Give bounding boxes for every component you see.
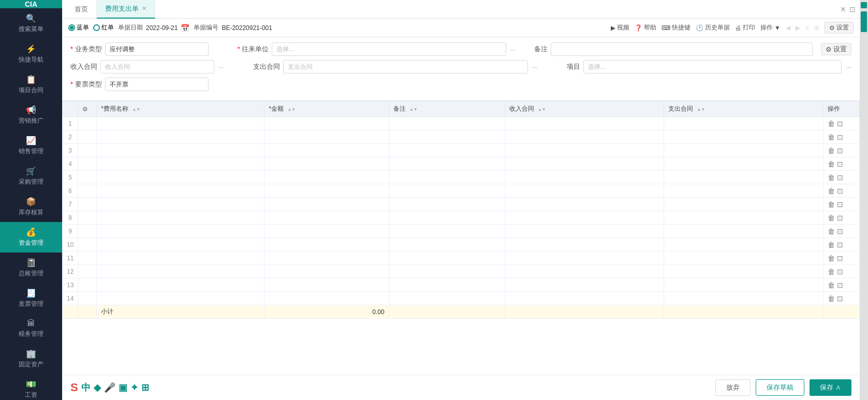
sidebar-item-search[interactable]: 🔍 搜索菜单	[0, 8, 62, 39]
delete-row-icon[interactable]: 🗑	[828, 120, 835, 128]
row-expense-contract[interactable]	[664, 211, 823, 225]
th-settings[interactable]: ⚙	[78, 101, 97, 117]
attach-tab[interactable]	[861, 2, 867, 8]
row-expense-contract[interactable]	[664, 144, 823, 157]
delete-row-icon[interactable]: 🗑	[828, 268, 835, 276]
row-expense-contract[interactable]	[664, 184, 823, 198]
delete-row-icon[interactable]: 🗑	[828, 254, 835, 262]
row-income-contract[interactable]	[505, 238, 664, 251]
delete-row-icon[interactable]: 🗑	[828, 281, 835, 289]
save-draft-button[interactable]: 保存草稿	[756, 379, 804, 396]
copy-row-icon[interactable]: ⊡	[837, 173, 843, 182]
red-single-radio[interactable]: 红单	[93, 23, 114, 32]
row-amount[interactable]	[264, 251, 389, 265]
row-expense-contract[interactable]	[664, 238, 823, 251]
row-note[interactable]	[389, 292, 505, 305]
blue-single-radio[interactable]: 蓝单	[68, 23, 89, 32]
row-income-contract[interactable]	[505, 198, 664, 211]
copy-row-icon[interactable]: ⊡	[837, 214, 843, 222]
copy-row-icon[interactable]: ⊡	[837, 187, 843, 195]
row-amount[interactable]	[264, 211, 389, 225]
set-right-button[interactable]: ⚙ 设置	[821, 43, 851, 55]
copy-row-icon[interactable]: ⊡	[837, 120, 843, 128]
row-expense-contract[interactable]	[664, 171, 823, 184]
row-expense-contract[interactable]	[664, 130, 823, 144]
discard-button[interactable]: 放弃	[715, 379, 751, 396]
project-more[interactable]: ···	[846, 63, 851, 71]
delete-row-icon[interactable]: 🗑	[828, 227, 835, 235]
row-expense-contract[interactable]	[664, 157, 823, 171]
row-income-contract[interactable]	[505, 157, 664, 171]
calendar-icon[interactable]: 📅	[181, 24, 189, 32]
row-income-contract[interactable]	[505, 144, 664, 157]
copy-row-icon[interactable]: ⊡	[837, 294, 843, 303]
row-note[interactable]	[389, 225, 505, 238]
row-amount[interactable]	[264, 278, 389, 292]
tab-home[interactable]: 首页	[66, 0, 97, 19]
row-expense-name[interactable]	[97, 292, 264, 305]
row-income-contract[interactable]	[505, 251, 664, 265]
row-expense-name[interactable]	[97, 184, 264, 198]
row-note[interactable]	[389, 157, 505, 171]
shortcut-action[interactable]: ⌨ 快捷键	[661, 23, 690, 32]
row-income-contract[interactable]	[505, 292, 664, 305]
row-income-contract[interactable]	[505, 278, 664, 292]
row-expense-name[interactable]	[97, 198, 264, 211]
row-income-contract[interactable]	[505, 117, 664, 130]
delete-row-icon[interactable]: 🗑	[828, 241, 835, 249]
copy-row-icon[interactable]: ⊡	[837, 200, 843, 209]
row-income-contract[interactable]	[505, 171, 664, 184]
sidebar-item-capital[interactable]: 💰 资金管理	[0, 222, 62, 253]
row-amount[interactable]	[264, 144, 389, 157]
sidebar-item-marketing[interactable]: 📢 营销推广	[0, 100, 62, 130]
save-button[interactable]: 保存 ∧	[810, 379, 851, 396]
row-amount[interactable]	[264, 198, 389, 211]
row-expense-name[interactable]	[97, 144, 264, 157]
project-input[interactable]: 选择...	[583, 60, 842, 73]
row-note[interactable]	[389, 211, 505, 225]
copy-row-icon[interactable]: ⊡	[837, 241, 843, 249]
row-note[interactable]	[389, 238, 505, 251]
delete-row-icon[interactable]: 🗑	[828, 173, 835, 182]
table-settings-icon[interactable]: ⚙	[82, 106, 88, 113]
row-expense-contract[interactable]	[664, 292, 823, 305]
row-note[interactable]	[389, 251, 505, 265]
row-amount[interactable]	[264, 157, 389, 171]
row-expense-name[interactable]	[97, 265, 264, 278]
row-expense-name[interactable]	[97, 278, 264, 292]
biz-type-select[interactable]: 应付调整	[105, 42, 209, 56]
row-expense-name[interactable]	[97, 211, 264, 225]
window-restore-icon[interactable]: ⊡	[849, 5, 856, 13]
sidebar-item-sales[interactable]: 📈 销售管理	[0, 130, 62, 161]
sidebar-item-tax[interactable]: 🏛 税务管理	[0, 314, 62, 344]
row-expense-name[interactable]	[97, 117, 264, 130]
copy-row-icon[interactable]: ⊡	[837, 146, 843, 155]
tab-expense[interactable]: 费用支出单 ✕	[97, 0, 155, 19]
copy-row-icon[interactable]: ⊡	[837, 254, 843, 262]
sidebar-item-purchase[interactable]: 🛒 采购管理	[0, 161, 62, 191]
operate-action[interactable]: 操作 ▼	[760, 23, 781, 32]
sidebar-item-assets[interactable]: 🏢 固定资产	[0, 344, 62, 374]
row-amount[interactable]	[264, 238, 389, 251]
sidebar-item-invoice[interactable]: 🧾 发票管理	[0, 283, 62, 314]
row-expense-name[interactable]	[97, 225, 264, 238]
sidebar-item-salary[interactable]: 💵 工资	[0, 374, 62, 400]
row-expense-contract[interactable]	[664, 251, 823, 265]
sort-amount-icon[interactable]: ▲▼	[287, 108, 296, 112]
counterpart-input[interactable]: 选择...	[272, 42, 506, 56]
sidebar-item-quicknav[interactable]: ⚡ 快捷导航	[0, 39, 62, 69]
sort-income-icon[interactable]: ▲▼	[538, 108, 546, 112]
sidebar-item-ledger[interactable]: 📓 总账管理	[0, 253, 62, 283]
row-expense-contract[interactable]	[664, 265, 823, 278]
sort-note-icon[interactable]: ▲▼	[409, 108, 418, 112]
video-action[interactable]: ▶ 视频	[611, 23, 629, 32]
row-note[interactable]	[389, 144, 505, 157]
set-button[interactable]: ⚙ 设置	[825, 22, 854, 34]
row-amount[interactable]	[264, 265, 389, 278]
row-note[interactable]	[389, 278, 505, 292]
delete-row-icon[interactable]: 🗑	[828, 294, 835, 303]
row-income-contract[interactable]	[505, 225, 664, 238]
row-expense-contract[interactable]	[664, 225, 823, 238]
copy-row-icon[interactable]: ⊡	[837, 133, 843, 141]
copy-row-icon[interactable]: ⊡	[837, 268, 843, 276]
